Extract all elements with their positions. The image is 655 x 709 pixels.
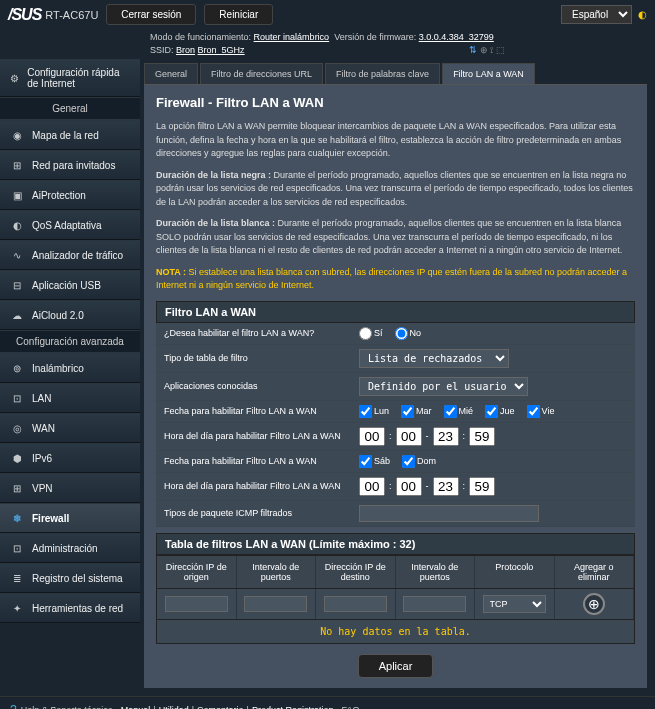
sidebar-item-tools[interactable]: ✦Herramientas de red — [0, 593, 140, 623]
icmp-input[interactable] — [359, 505, 539, 522]
filter-type-label: Tipo de tabla de filtro — [164, 353, 359, 363]
time1-h2[interactable] — [433, 427, 459, 446]
description-2: Duración de la lista negra : Durante el … — [156, 169, 635, 210]
footer-manual[interactable]: Manual — [121, 705, 151, 710]
sidebar-item-guest[interactable]: ⊞Red para invitados — [0, 150, 140, 180]
src-port-input[interactable] — [244, 596, 307, 612]
enable-label: ¿Desea habilitar el filtro LAN a WAN? — [164, 328, 359, 338]
gear-icon: ⚙ — [8, 71, 21, 85]
page-title: Firewall - Filtro LAN a WAN — [156, 95, 635, 110]
tools-icon: ✦ — [8, 601, 26, 615]
time2-h1[interactable] — [359, 477, 385, 496]
shield-icon: ▣ — [8, 188, 26, 202]
reboot-button[interactable]: Reiniciar — [204, 4, 273, 25]
faq-label: FAQ — [341, 705, 359, 710]
ssid1-link[interactable]: Bron — [176, 45, 195, 55]
apply-button[interactable]: Aplicar — [358, 654, 434, 678]
sidebar-item-lan[interactable]: ⊡LAN — [0, 383, 140, 413]
tab-keyword-filter[interactable]: Filtro de palabras clave — [325, 63, 440, 84]
time1-label: Hora del día para habilitar Filtro LAN a… — [164, 431, 359, 441]
known-apps-label: Aplicaciones conocidas — [164, 381, 359, 391]
sidebar-item-firewall[interactable]: ❄Firewall — [0, 503, 140, 533]
table-header: Dirección IP de origen Intervalo de puer… — [156, 555, 635, 589]
day-lun[interactable]: Lun — [359, 405, 389, 418]
sidebar-item-qos[interactable]: ◐QoS Adaptativa — [0, 210, 140, 240]
language-select[interactable]: Español — [561, 5, 632, 24]
footer-feedback[interactable]: Comentario — [197, 705, 244, 710]
enable-no[interactable]: No — [395, 327, 422, 340]
sidebar-item-aicloud[interactable]: ☁AiCloud 2.0 — [0, 300, 140, 330]
sidebar-item-wan[interactable]: ◎WAN — [0, 413, 140, 443]
time2-h2[interactable] — [433, 477, 459, 496]
ssid2-link[interactable]: Bron_5GHz — [198, 45, 245, 55]
day-mar[interactable]: Mar — [401, 405, 432, 418]
icmp-label: Tipos de paquete ICMP filtrados — [164, 508, 359, 518]
ssid-line: SSID: Bron Bron_5GHz ⇅ ⊕ ⟟ ⬚ — [0, 45, 655, 59]
guest-icon: ⊞ — [8, 158, 26, 172]
status-line: Modo de funcionamiento: Router inalámbri… — [0, 29, 655, 45]
sidebar-item-traffic[interactable]: ∿Analizador de tráfico — [0, 240, 140, 270]
day-jue[interactable]: Jue — [485, 405, 515, 418]
sidebar-section-advanced: Configuración avanzada — [0, 330, 140, 353]
sidebar-item-syslog[interactable]: ≣Registro del sistema — [0, 563, 140, 593]
admin-icon: ⊡ — [8, 541, 26, 555]
model-name: RT-AC67U — [45, 9, 98, 21]
footer-utility[interactable]: Utilidad — [159, 705, 189, 710]
src-ip-input[interactable] — [165, 596, 228, 612]
chart-icon: ∿ — [8, 248, 26, 262]
map-icon: ◉ — [8, 128, 26, 142]
day-mie[interactable]: Mié — [444, 405, 474, 418]
dst-ip-input[interactable] — [324, 596, 387, 612]
cloud-icon: ☁ — [8, 308, 26, 322]
sidebar-item-usb[interactable]: ⊟Aplicación USB — [0, 270, 140, 300]
note-text: NOTA : Si establece una lista blanca con… — [156, 266, 635, 293]
wan-icon: ◎ — [8, 421, 26, 435]
description-1: La opción filtro LAN a WAN permite bloqu… — [156, 120, 635, 161]
tab-url-filter[interactable]: Filtro de direcciones URL — [200, 63, 323, 84]
form-section-header: Filtro LAN a WAN — [156, 301, 635, 323]
plus-icon: ⊕ — [588, 596, 600, 612]
time1-m1[interactable] — [396, 427, 422, 446]
enable-yes[interactable]: Sí — [359, 327, 383, 340]
lan-icon: ⊡ — [8, 391, 26, 405]
sidebar-item-vpn[interactable]: ⊞VPN — [0, 473, 140, 503]
firmware-link[interactable]: 3.0.0.4.384_32799 — [419, 32, 494, 42]
filter-type-select[interactable]: Lista de rechazados — [359, 349, 509, 368]
table-empty: No hay datos en la tabla. — [156, 620, 635, 644]
help-icon: ? — [10, 703, 17, 710]
help-label: Help & Soporte técnico — [21, 705, 113, 710]
time2-label: Hora del día para habilitar Filtro LAN a… — [164, 481, 359, 491]
protocol-select[interactable]: TCP — [483, 595, 546, 613]
log-icon: ≣ — [8, 571, 26, 585]
time1-m2[interactable] — [469, 427, 495, 446]
table-title: Tabla de filtros LAN a WAN (Límite máxim… — [156, 533, 635, 555]
usb-icon: ⊟ — [8, 278, 26, 292]
date1-label: Fecha para habilitar Filtro LAN a WAN — [164, 406, 359, 416]
sidebar-item-wireless[interactable]: ⊚Inalámbrico — [0, 353, 140, 383]
time1-h1[interactable] — [359, 427, 385, 446]
day-dom[interactable]: Dom — [402, 455, 436, 468]
vpn-icon: ⊞ — [8, 481, 26, 495]
sidebar-item-ipv6[interactable]: ⬢IPv6 — [0, 443, 140, 473]
description-3: Duración de la lista blanca : Durante el… — [156, 217, 635, 258]
mode-link[interactable]: Router inalámbrico — [254, 32, 330, 42]
firewall-icon: ❄ — [8, 511, 26, 525]
ipv6-icon: ⬢ — [8, 451, 26, 465]
logout-button[interactable]: Cerrar sesión — [106, 4, 196, 25]
sidebar-quick-setup[interactable]: ⚙ Configuración rápida de Internet — [0, 59, 140, 97]
tab-general[interactable]: General — [144, 63, 198, 84]
time2-m1[interactable] — [396, 477, 422, 496]
time2-m2[interactable] — [469, 477, 495, 496]
footer-registration[interactable]: Product Registration — [252, 705, 334, 710]
sidebar-item-networkmap[interactable]: ◉Mapa de la red — [0, 120, 140, 150]
add-button[interactable]: ⊕ — [583, 593, 605, 615]
sidebar-item-admin[interactable]: ⊡Administración — [0, 533, 140, 563]
day-sab[interactable]: Sáb — [359, 455, 390, 468]
day-vie[interactable]: Vie — [527, 405, 555, 418]
gauge-icon: ◐ — [8, 218, 26, 232]
sidebar-item-aiprotection[interactable]: ▣AiProtection — [0, 180, 140, 210]
dst-port-input[interactable] — [403, 596, 466, 612]
known-apps-select[interactable]: Definido por el usuario — [359, 377, 528, 396]
tab-lan-wan-filter[interactable]: Filtro LAN a WAN — [442, 63, 535, 84]
brand-logo: /SUS — [8, 6, 41, 24]
